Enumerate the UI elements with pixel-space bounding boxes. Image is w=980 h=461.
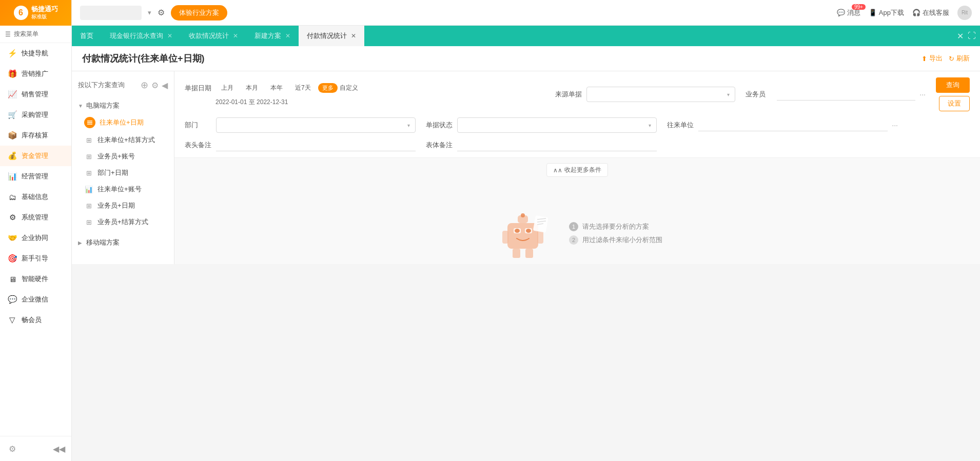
source-order-label: 来源单据 bbox=[555, 90, 583, 99]
sidebar-item-quick-nav[interactable]: ⚡ 快捷导航 bbox=[0, 43, 71, 64]
tab-bank-flow[interactable]: 现金银行流水查询 ✕ bbox=[102, 26, 181, 46]
tab-close-all-icon[interactable]: ✕ bbox=[957, 31, 964, 41]
scheme-item-staff-settle[interactable]: ⊞ 业务员+结算方式 bbox=[72, 214, 174, 230]
collapse-sidebar-icon[interactable]: ◀◀ bbox=[52, 442, 66, 456]
related-unit-input[interactable] bbox=[698, 119, 888, 131]
active-scheme-icon bbox=[84, 117, 95, 128]
collapse-button[interactable]: ∧∧ 收起更多条件 bbox=[546, 163, 608, 177]
system-icon: ⚙ bbox=[7, 212, 17, 223]
salesperson-ellipsis[interactable]: ··· bbox=[919, 90, 926, 98]
dept-label: 部门 bbox=[185, 121, 213, 130]
messages-item[interactable]: 💬 消息 99+ bbox=[837, 8, 860, 17]
tab-bar: 首页 现金银行流水查询 ✕ 收款情况统计 ✕ 新建方案 ✕ 付款情况统计 ✕ ✕… bbox=[72, 26, 980, 46]
date-filter-item: 单据日期 上月 本月 本年 近7天 更多 自定义 2022 bbox=[185, 82, 545, 107]
tab-close-new-scheme[interactable]: ✕ bbox=[285, 32, 290, 39]
tab-close-receipt-stat[interactable]: ✕ bbox=[233, 32, 238, 39]
trial-button[interactable]: 体验行业方案 bbox=[171, 5, 227, 21]
sidebar-item-guide[interactable]: 🎯 新手引导 bbox=[0, 248, 71, 269]
logo-text: 畅捷通巧 标准版 bbox=[31, 5, 58, 21]
scheme-table-icon-5: ⊞ bbox=[84, 217, 93, 227]
sidebar-item-sales[interactable]: 📈 销售管理 bbox=[0, 84, 71, 105]
date-opt-more[interactable]: 更多 bbox=[318, 83, 338, 93]
filter-row-1: 单据日期 上月 本月 本年 近7天 更多 自定义 2022 bbox=[185, 77, 970, 111]
messages-icon: 💬 bbox=[837, 9, 845, 16]
left-panel-header: 按以下方案查询 ⊕ ⚙ ◀ bbox=[72, 76, 174, 96]
sidebar-item-finance[interactable]: 💰 资金管理 bbox=[0, 146, 71, 166]
scheme-table-icon-1: ⊞ bbox=[84, 135, 93, 145]
empty-state-area: 1 请先选择要分析的方案 2 用过滤条件来缩小分析范围 bbox=[174, 182, 980, 264]
tab-close-payment-stat[interactable]: ✕ bbox=[351, 32, 356, 39]
scheme-item-unit-settle[interactable]: ⊞ 往来单位+结算方式 bbox=[72, 132, 174, 148]
date-range-display: 2022-01-01 至 2022-12-31 bbox=[215, 98, 288, 107]
date-opt-this-month[interactable]: 本月 bbox=[241, 82, 263, 94]
sidebar-item-hardware[interactable]: 🖥 智能硬件 bbox=[0, 269, 71, 289]
dept-select[interactable]: ▾ bbox=[216, 117, 416, 133]
date-custom-label[interactable]: 自定义 bbox=[340, 84, 358, 92]
related-unit-item: 往来单位 ··· bbox=[667, 119, 898, 131]
scheme-table-icon-4: ⊞ bbox=[84, 201, 93, 210]
refresh-button[interactable]: ↻ 刷新 bbox=[949, 54, 970, 63]
export-button[interactable]: ⬆ 导出 bbox=[922, 54, 943, 63]
date-opt-last-month[interactable]: 上月 bbox=[216, 82, 239, 94]
search-menu[interactable]: ☰ 搜索菜单 bbox=[0, 26, 71, 43]
finance-icon: 💰 bbox=[7, 151, 17, 161]
table-body-note-input[interactable] bbox=[457, 139, 657, 151]
sidebar-item-wechat[interactable]: 💬 企业微信 bbox=[0, 289, 71, 310]
tab-home[interactable]: 首页 bbox=[72, 26, 102, 46]
svg-rect-0 bbox=[507, 223, 538, 249]
user-avatar[interactable]: Rit bbox=[957, 6, 972, 20]
sidebar-item-basic[interactable]: 🗂 基础信息 bbox=[0, 187, 71, 207]
scheme-item-unit-date[interactable]: 往来单位+日期 bbox=[72, 113, 174, 132]
dept-item: 部门 ▾ bbox=[185, 117, 416, 133]
sidebar-item-enterprise[interactable]: 🤝 企业协同 bbox=[0, 228, 71, 248]
tab-new-scheme[interactable]: 新建方案 ✕ bbox=[246, 26, 299, 46]
sidebar-item-system[interactable]: ⚙ 系统管理 bbox=[0, 207, 71, 228]
table-header-note-item: 表头备注 bbox=[185, 139, 416, 151]
online-support-item[interactable]: 🎧 在线客服 bbox=[912, 8, 949, 17]
empty-steps: 1 请先选择要分析的方案 2 用过滤条件来缩小分析范围 bbox=[569, 222, 662, 245]
marketing-icon: 🎁 bbox=[7, 69, 17, 79]
export-icon: ⬆ bbox=[922, 55, 927, 63]
date-opt-7days[interactable]: 近7天 bbox=[290, 82, 316, 94]
settings-bottom-icon[interactable]: ⚙ bbox=[5, 442, 19, 456]
inventory-icon: 📦 bbox=[7, 130, 17, 141]
filter-area: 单据日期 上月 本月 本年 近7天 更多 自定义 2022 bbox=[174, 71, 980, 157]
sidebar-item-purchase[interactable]: 🛒 采购管理 bbox=[0, 105, 71, 125]
mobile-section-header[interactable]: ▶ 移动端方案 bbox=[72, 234, 174, 251]
wechat-icon: 💬 bbox=[7, 294, 17, 305]
app-download-item[interactable]: 📱 App下载 bbox=[869, 8, 904, 17]
tab-receipt-stat[interactable]: 收款情况统计 ✕ bbox=[181, 26, 246, 46]
tab-close-bank-flow[interactable]: ✕ bbox=[167, 32, 172, 39]
scheme-settings-icon[interactable]: ⚙ bbox=[151, 81, 159, 90]
table-header-note-input[interactable] bbox=[216, 139, 416, 151]
tab-expand-icon[interactable]: ⛶ bbox=[968, 31, 976, 41]
main-area: ▾ ⚙ 体验行业方案 💬 消息 99+ 📱 App下载 🎧 在线客服 Rit bbox=[72, 0, 980, 461]
sidebar-item-operation[interactable]: 📊 经营管理 bbox=[0, 166, 71, 187]
collapse-panel-icon[interactable]: ◀ bbox=[162, 81, 168, 90]
scheme-item-staff-account[interactable]: ⊞ 业务员+账号 bbox=[72, 148, 174, 165]
topbar-gear-icon[interactable]: ⚙ bbox=[158, 8, 165, 17]
source-order-select[interactable]: ▾ bbox=[586, 87, 735, 102]
sidebar-item-inventory[interactable]: 📦 库存核算 bbox=[0, 125, 71, 146]
svg-rect-2 bbox=[537, 231, 543, 244]
add-scheme-icon[interactable]: ⊕ bbox=[141, 79, 148, 91]
settings-button[interactable]: 设置 bbox=[939, 96, 970, 111]
svg-point-8 bbox=[526, 229, 531, 233]
scheme-item-unit-account[interactable]: 📊 往来单位+账号 bbox=[72, 181, 174, 197]
scheme-item-staff-date[interactable]: ⊞ 业务员+日期 bbox=[72, 197, 174, 214]
date-opt-this-year[interactable]: 本年 bbox=[265, 82, 288, 94]
collapse-area: ∧∧ 收起更多条件 bbox=[174, 157, 980, 182]
related-unit-ellipsis[interactable]: ··· bbox=[892, 121, 898, 129]
salesperson-input[interactable] bbox=[777, 88, 915, 101]
tab-payment-stat[interactable]: 付款情况统计 ✕ bbox=[299, 26, 364, 46]
query-button[interactable]: 查询 bbox=[936, 77, 970, 93]
scheme-chart-icon: 📊 bbox=[84, 185, 93, 194]
sidebar-item-marketing[interactable]: 🎁 营销推广 bbox=[0, 64, 71, 84]
topbar-dropdown-arrow[interactable]: ▾ bbox=[148, 9, 151, 16]
scheme-item-dept-date[interactable]: ⊞ 部门+日期 bbox=[72, 165, 174, 181]
sidebar-item-member[interactable]: ▽ 畅会员 bbox=[0, 310, 71, 330]
topbar-logo bbox=[80, 6, 142, 20]
desktop-section-header[interactable]: ▼ 电脑端方案 bbox=[72, 98, 174, 113]
doc-status-select[interactable]: ▾ bbox=[457, 117, 657, 133]
svg-point-7 bbox=[515, 229, 520, 233]
